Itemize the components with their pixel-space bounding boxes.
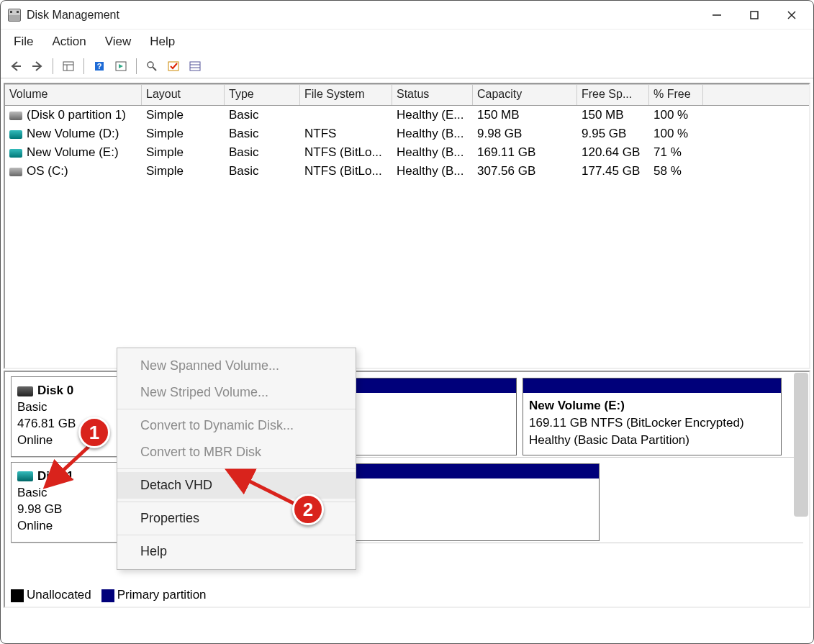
- toolbar-separator: [53, 58, 53, 74]
- maximize-button[interactable]: [736, 1, 773, 30]
- show-hide-tree-button[interactable]: [59, 57, 78, 76]
- svg-rect-1: [751, 12, 758, 19]
- volume-row[interactable]: New Volume (E:)SimpleBasicNTFS (BitLo...…: [5, 143, 809, 162]
- app-icon: [8, 9, 21, 22]
- context-menu-item: New Striped Volume...: [117, 379, 356, 406]
- disk-icon: [9, 149, 22, 158]
- volume-row[interactable]: New Volume (D:)SimpleBasicNTFSHealthy (B…: [5, 124, 809, 143]
- toolbar: ?: [1, 54, 813, 78]
- toolbar-separator: [83, 58, 84, 74]
- col-free[interactable]: Free Sp...: [577, 85, 649, 105]
- svg-rect-13: [168, 62, 178, 71]
- volume-row[interactable]: OS (C:)SimpleBasicNTFS (BitLo...Healthy …: [5, 162, 809, 181]
- svg-line-18: [48, 445, 90, 484]
- disk-icon: [9, 168, 22, 176]
- col-volume[interactable]: Volume: [5, 85, 142, 105]
- show-region-button[interactable]: [112, 57, 130, 76]
- volume-rows: (Disk 0 partition 1)SimpleBasicHealthy (…: [5, 106, 809, 181]
- annotation-badge-2: 2: [292, 494, 324, 525]
- legend-unallocated: Unallocated: [27, 588, 91, 602]
- context-menu-item: Convert to Dynamic Disk...: [117, 412, 356, 439]
- svg-line-20: [231, 472, 296, 504]
- legend-swatch-unallocated: [11, 589, 24, 602]
- close-button[interactable]: [773, 1, 810, 30]
- check-button[interactable]: [164, 57, 183, 76]
- col-pct[interactable]: % Free: [649, 85, 703, 105]
- svg-marker-10: [119, 64, 123, 68]
- context-menu-separator: [117, 409, 356, 409]
- back-button[interactable]: [6, 57, 25, 76]
- partition-bar: [523, 378, 781, 393]
- help-button[interactable]: ?: [90, 57, 109, 76]
- disk-icon: [17, 386, 33, 396]
- context-menu: New Spanned Volume...New Striped Volume.…: [117, 348, 356, 570]
- svg-point-11: [148, 62, 153, 68]
- col-filesystem[interactable]: File System: [300, 85, 392, 105]
- menu-help[interactable]: Help: [143, 32, 182, 52]
- legend: Unallocated Primary partition: [11, 588, 207, 602]
- window-controls: [698, 1, 810, 30]
- title-bar: Disk Management: [1, 1, 813, 30]
- window-title: Disk Management: [27, 9, 698, 22]
- context-menu-item[interactable]: Help: [117, 538, 356, 565]
- legend-primary: Primary partition: [117, 588, 207, 602]
- forward-button[interactable]: [28, 57, 47, 76]
- context-menu-item: Convert to MBR Disk: [117, 439, 356, 466]
- col-layout[interactable]: Layout: [142, 85, 225, 105]
- legend-swatch-primary: [101, 589, 114, 602]
- disk-icon: [9, 112, 22, 120]
- volume-row[interactable]: (Disk 0 partition 1)SimpleBasicHealthy (…: [5, 106, 809, 124]
- context-menu-item: New Spanned Volume...: [117, 353, 356, 379]
- menu-action[interactable]: Action: [45, 32, 93, 52]
- annotation-arrow-1: [40, 440, 97, 497]
- settings-button[interactable]: [143, 57, 161, 76]
- volume-list-panel: Volume Layout Type File System Status Ca…: [4, 83, 810, 369]
- col-capacity[interactable]: Capacity: [473, 85, 577, 105]
- list-button[interactable]: [186, 57, 204, 76]
- scrollbar[interactable]: [794, 373, 808, 517]
- svg-rect-4: [63, 62, 73, 71]
- menu-bar: File Action View Help: [1, 30, 813, 54]
- minimize-button[interactable]: [698, 1, 736, 30]
- col-type[interactable]: Type: [225, 85, 300, 105]
- svg-line-12: [153, 67, 156, 71]
- menu-view[interactable]: View: [98, 32, 139, 52]
- menu-file[interactable]: File: [6, 32, 40, 52]
- volume-list-header: Volume Layout Type File System Status Ca…: [5, 84, 809, 106]
- toolbar-separator: [136, 58, 137, 74]
- svg-rect-14: [190, 62, 200, 71]
- disk-icon: [9, 130, 22, 139]
- disk-icon: [17, 471, 33, 481]
- svg-text:?: ?: [97, 62, 102, 71]
- context-menu-separator: [117, 535, 356, 535]
- partition[interactable]: New Volume (E:)169.11 GB NTFS (BitLocker…: [523, 378, 782, 455]
- annotation-badge-1: 1: [78, 417, 110, 448]
- col-status[interactable]: Status: [392, 85, 473, 105]
